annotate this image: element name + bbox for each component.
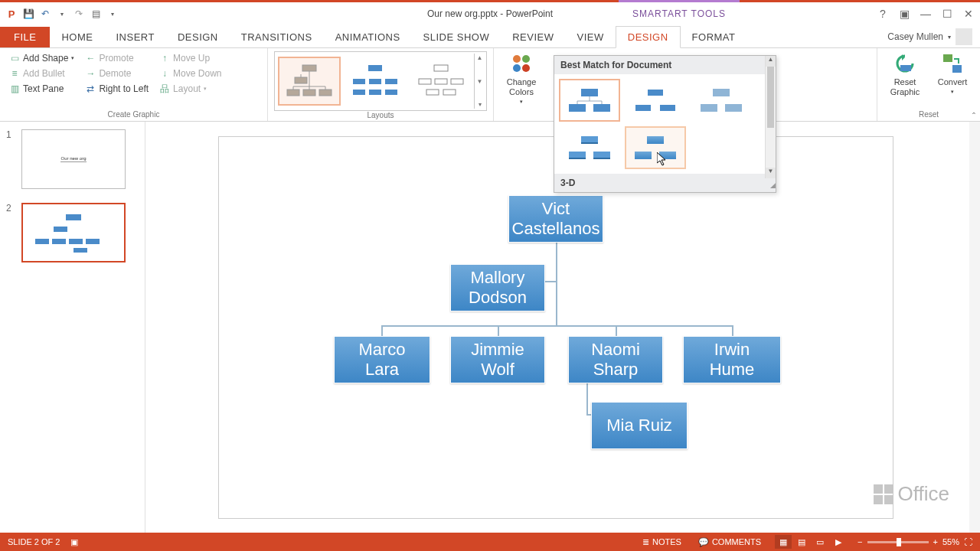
scrollbar-thumb[interactable] [767,67,774,128]
demote-button[interactable]: →Demote [82,67,152,80]
promote-button[interactable]: ←Promote [82,51,152,65]
thumbnail-slide-1[interactable]: 1 Our new org [6,129,139,189]
scroll-up-icon[interactable]: ▲ [476,54,484,62]
change-colors-button[interactable]: Change Colors▾ [500,51,543,106]
fit-to-window-icon[interactable]: ⛶ [964,537,972,546]
group-label: Create Graphic [6,110,261,119]
slide[interactable]: Vict Castellanos Mallory Dodson Marco La… [219,137,893,518]
slide-indicator[interactable]: SLIDE 2 OF 2 [8,537,60,546]
text-pane-button[interactable]: ▥Text Pane [6,82,77,96]
zoom-slider[interactable] [867,541,929,543]
svg-point-24 [522,55,530,63]
svg-rect-1 [295,77,307,83]
title-bar: P 💾 ↶ ▼ ↷ ▤ ▾ Our new org.pptx - PowerPo… [0,0,980,25]
svg-point-26 [522,64,530,72]
tab-transitions[interactable]: TRANSITIONS [230,27,324,47]
slide-thumbnails: 1 Our new org 2 [0,122,145,533]
layout-thumb-1[interactable] [278,57,341,106]
close-icon[interactable]: ✕ [962,8,975,20]
style-thumb-5[interactable] [625,126,686,169]
tab-animations[interactable]: ANIMATIONS [324,27,412,47]
sorter-view-icon[interactable]: ▤ [793,535,810,549]
user-account[interactable]: Casey Mullen ▾ [887,28,972,45]
layouts-gallery: ▲ ▼ ▾ [274,51,487,111]
style-thumb-1[interactable] [559,79,620,122]
style-thumb-4[interactable] [559,126,620,169]
thumb-number: 2 [6,203,15,262]
tab-smartart-design[interactable]: DESIGN [616,26,681,48]
svg-rect-11 [353,79,365,84]
slideshow-view-icon[interactable]: ▶ [830,535,847,549]
scroll-down-icon[interactable]: ▼ [766,168,776,178]
zoom-in-icon[interactable]: + [933,537,938,546]
qat-customize-icon[interactable]: ▾ [106,7,119,21]
layout-button[interactable]: 品Layout ▾ [156,82,224,96]
org-node-1[interactable]: Vict Castellanos [508,195,603,243]
org-node-6[interactable]: Irwin Hume [683,336,781,383]
reset-graphic-button[interactable]: Reset Graphic [884,51,926,97]
convert-button[interactable]: Convert▾ [931,51,974,96]
svg-rect-22 [443,90,456,95]
tab-insert[interactable]: INSERT [104,27,165,47]
org-node-4[interactable]: Jimmie Wolf [450,336,545,383]
org-node-2[interactable]: Mallory Dodson [450,264,545,311]
zoom-thumb[interactable] [897,538,901,546]
collapse-ribbon-icon[interactable]: ˆ [972,112,975,122]
resize-grip-icon[interactable]: ◢ [765,181,776,192]
office-watermark: Office [874,482,949,506]
svg-point-23 [513,55,521,63]
ribbon-tabs: FILE HOME INSERT DESIGN TRANSITIONS ANIM… [0,25,980,48]
styles-scrollbar[interactable]: ▲ ▼ [765,56,776,178]
comments-button[interactable]: 💬COMMENTS [695,537,764,547]
layout-thumb-3[interactable] [410,57,472,106]
add-shape-button[interactable]: ▭Add Shape ▾ [6,51,77,65]
maximize-icon[interactable]: ☐ [940,8,954,20]
tab-design[interactable]: DESIGN [166,27,230,47]
svg-point-25 [513,64,521,72]
move-up-button[interactable]: ↑Move Up [156,51,224,65]
vertical-scrollbar[interactable] [969,122,980,533]
save-icon[interactable]: 💾 [21,7,35,21]
ribbon-display-icon[interactable]: ▣ [897,8,911,20]
tab-smartart-format[interactable]: FORMAT [681,27,747,47]
scroll-up-icon[interactable]: ▲ [766,56,776,67]
layout-thumb-2[interactable] [344,57,407,106]
reading-view-icon[interactable]: ▭ [812,535,828,549]
svg-rect-42 [725,104,742,112]
help-icon[interactable]: ? [876,8,890,20]
tab-slideshow[interactable]: SLIDE SHOW [412,27,501,47]
normal-view-icon[interactable]: ▦ [775,535,792,549]
svg-rect-48 [593,158,610,159]
spell-check-icon[interactable]: ▣ [70,537,78,547]
svg-rect-53 [54,227,67,232]
tab-file[interactable]: FILE [0,27,50,47]
redo-icon[interactable]: ↷ [72,7,86,21]
zoom-level[interactable]: 55% [942,537,959,546]
svg-rect-17 [434,65,448,71]
svg-rect-57 [86,239,100,244]
add-bullet-button[interactable]: ≡Add Bullet [6,67,77,80]
tab-home[interactable]: HOME [50,27,104,47]
zoom-out-icon[interactable]: − [858,537,862,546]
scroll-more-icon[interactable]: ▾ [478,100,482,109]
style-thumb-2[interactable] [625,79,686,122]
scroll-down-icon[interactable]: ▼ [476,77,484,86]
style-thumb-3[interactable] [691,79,752,122]
undo-dropdown-icon[interactable]: ▼ [55,7,69,21]
svg-rect-54 [35,239,49,244]
notes-button[interactable]: ≣NOTES [639,537,684,547]
tab-review[interactable]: REVIEW [501,27,565,47]
org-node-5[interactable]: Naomi Sharp [568,336,663,383]
notes-icon: ≣ [642,537,649,547]
undo-icon[interactable]: ↶ [38,7,52,21]
svg-rect-12 [369,79,381,84]
move-down-button[interactable]: ↓Move Down [156,67,224,80]
org-node-7[interactable]: Mia Ruiz [591,402,688,449]
right-to-left-button[interactable]: ⇄Right to Left [82,82,152,96]
tab-view[interactable]: VIEW [566,27,616,47]
thumbnail-slide-2[interactable]: 2 [6,203,139,262]
minimize-icon[interactable]: — [919,8,933,20]
org-node-3[interactable]: Marco Lara [334,336,430,383]
svg-rect-58 [74,248,87,253]
start-from-beginning-icon[interactable]: ▤ [89,7,103,21]
